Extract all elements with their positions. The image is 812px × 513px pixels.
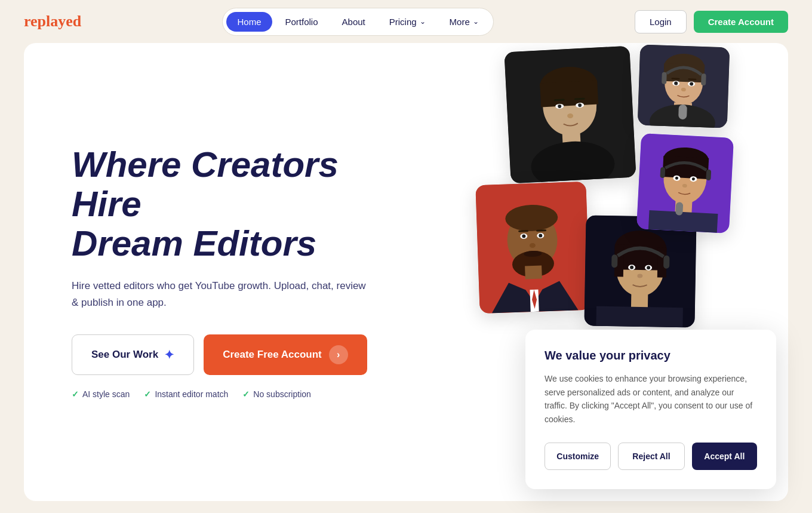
navbar: replayed Home Portfolio About Pricing ⌄ …: [0, 0, 812, 43]
nav-link-more[interactable]: More ⌄: [439, 12, 490, 32]
hero-title: Where Creators Hire Dream Editors: [72, 145, 406, 263]
svg-rect-59: [644, 262, 654, 263]
nav-link-pricing[interactable]: Pricing ⌄: [379, 12, 436, 32]
editor-card-1: [504, 46, 636, 184]
cookie-banner: We value your privacy We use cookies to …: [525, 330, 776, 489]
hero-content: Where Creators Hire Dream Editors Hire v…: [24, 109, 454, 434]
nav-link-portfolio[interactable]: Portfolio: [275, 12, 329, 32]
svg-rect-69: [675, 202, 683, 216]
nav-link-home[interactable]: Home: [226, 12, 272, 32]
check-icon-2: ✓: [144, 389, 151, 399]
svg-rect-19: [662, 72, 667, 84]
hero-subtitle: Hire vetted editors who get YouTube grow…: [72, 278, 370, 310]
svg-rect-50: [611, 254, 617, 268]
svg-rect-41: [536, 229, 546, 232]
see-our-work-button[interactable]: See Our Work ✦: [72, 334, 194, 375]
editor-card-2: [638, 44, 730, 128]
hero-buttons: See Our Work ✦ Create Free Account ›: [72, 334, 406, 375]
svg-rect-26: [671, 78, 679, 79]
svg-rect-3: [540, 81, 598, 107]
accept-all-button[interactable]: Accept All: [692, 443, 757, 470]
svg-rect-58: [626, 262, 636, 263]
feature-editor-match: ✓ Instant editor match: [144, 389, 228, 399]
feature-no-subscription: ✓ No subscription: [242, 389, 311, 399]
nav-links-container: Home Portfolio About Pricing ⌄ More ⌄: [222, 8, 493, 36]
login-button[interactable]: Login: [635, 10, 687, 33]
editor-card-4: [584, 215, 696, 327]
hero-features: ✓ AI style scan ✓ Instant editor match ✓…: [72, 389, 406, 399]
editor-card-3: [475, 182, 590, 314]
reject-all-button[interactable]: Reject All: [618, 443, 684, 470]
feature-ai-scan: ✓ AI style scan: [72, 389, 130, 399]
cookie-body: We use cookies to enhance your browsing …: [545, 372, 757, 426]
create-account-button[interactable]: Create Account: [694, 11, 788, 33]
nav-actions: Login Create Account: [635, 10, 788, 33]
check-icon-3: ✓: [242, 389, 250, 399]
arrow-right-icon: ›: [329, 345, 348, 364]
logo: replayed: [24, 13, 81, 30]
sparkle-icon: ✦: [164, 348, 174, 362]
customize-button[interactable]: Customize: [545, 443, 611, 470]
create-free-account-button[interactable]: Create Free Account ›: [204, 334, 367, 375]
svg-rect-52: [631, 294, 648, 309]
cookie-title: We value your privacy: [545, 349, 757, 363]
svg-rect-21: [678, 105, 687, 119]
more-chevron-icon: ⌄: [473, 17, 479, 26]
svg-rect-33: [525, 266, 542, 279]
pricing-chevron-icon: ⌄: [420, 17, 426, 26]
nav-link-about[interactable]: About: [331, 12, 376, 32]
svg-rect-51: [663, 256, 669, 269]
editor-card-5: [636, 133, 734, 234]
svg-rect-27: [688, 78, 696, 80]
svg-rect-20: [701, 73, 706, 85]
svg-rect-68: [706, 170, 711, 180]
check-icon-1: ✓: [72, 389, 79, 399]
svg-rect-67: [660, 167, 665, 178]
cookie-buttons: Customize Reject All Accept All: [545, 443, 757, 470]
svg-rect-40: [518, 230, 528, 232]
svg-rect-66: [648, 210, 718, 233]
svg-rect-53: [596, 306, 683, 328]
